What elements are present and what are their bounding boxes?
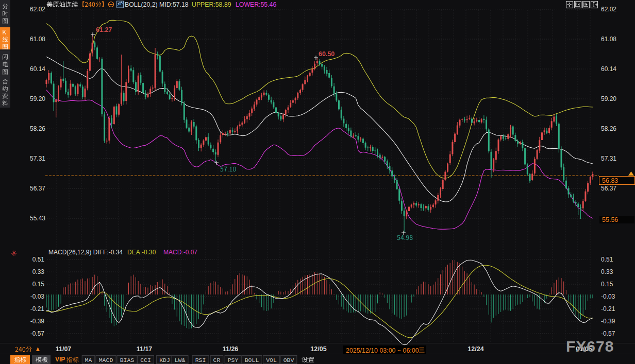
svg-text:0.33: 0.33 <box>601 268 613 275</box>
svg-text:61.08: 61.08 <box>601 36 616 43</box>
svg-text:CCI: CCI <box>140 357 151 363</box>
svg-text:11/26: 11/26 <box>223 345 239 353</box>
svg-text:MACD: MACD <box>99 357 113 363</box>
svg-text:KDJ: KDJ <box>159 357 170 363</box>
svg-text:BOLL(20,2) MID:57.18: BOLL(20,2) MID:57.18 <box>125 1 189 8</box>
svg-text:BOLL: BOLL <box>245 357 259 363</box>
svg-text:60.14: 60.14 <box>30 65 45 73</box>
svg-text:2025/12/10 03:00 ~ 06:00: 2025/12/10 03:00 ~ 06:00 <box>346 347 419 354</box>
svg-text:12/05: 12/05 <box>310 345 326 353</box>
svg-text:62.02: 62.02 <box>601 6 616 13</box>
svg-text:-0.57: -0.57 <box>601 330 615 337</box>
svg-text:FX678: FX678 <box>566 338 614 355</box>
svg-text:56.37: 56.37 <box>601 185 616 192</box>
svg-text:55.43: 55.43 <box>30 215 45 222</box>
svg-text:59.20: 59.20 <box>30 95 45 102</box>
svg-text:58.26: 58.26 <box>30 125 45 132</box>
svg-text:60.14: 60.14 <box>601 65 616 73</box>
svg-text:62.02: 62.02 <box>30 6 45 13</box>
svg-text:56.37: 56.37 <box>30 185 45 192</box>
svg-text:0.33: 0.33 <box>32 268 45 275</box>
svg-text:LW&: LW& <box>175 357 186 363</box>
svg-text:MACD:-0.07: MACD:-0.07 <box>163 249 197 256</box>
svg-text:0.15: 0.15 <box>32 281 45 288</box>
svg-text:VIP: VIP <box>55 356 65 363</box>
svg-text:55.56: 55.56 <box>602 216 618 223</box>
svg-text:60.50: 60.50 <box>319 50 335 58</box>
svg-text:-0.57: -0.57 <box>30 330 45 337</box>
svg-text:11/17: 11/17 <box>137 345 153 353</box>
svg-text:BIAS: BIAS <box>120 357 135 363</box>
svg-text:LOWER:55.46: LOWER:55.46 <box>236 1 276 8</box>
svg-text:0.51: 0.51 <box>601 256 613 263</box>
svg-text:57.31: 57.31 <box>30 155 45 162</box>
svg-text:-0.39: -0.39 <box>30 318 45 325</box>
svg-text:PSY: PSY <box>228 357 239 363</box>
svg-text:11/07: 11/07 <box>56 345 72 353</box>
svg-text:0.51: 0.51 <box>32 256 45 263</box>
svg-text:-0.03: -0.03 <box>30 293 45 300</box>
svg-text:12/24: 12/24 <box>467 345 483 353</box>
svg-text:MA: MA <box>85 357 92 363</box>
svg-text:57.31: 57.31 <box>601 155 616 162</box>
svg-text:0.15: 0.15 <box>601 281 613 288</box>
svg-text:-0.39: -0.39 <box>601 318 615 325</box>
svg-text:56.83: 56.83 <box>602 177 618 184</box>
svg-text:VOL: VOL <box>266 357 277 363</box>
svg-text:UPPER:58.89: UPPER:58.89 <box>192 1 231 8</box>
svg-text:61.08: 61.08 <box>30 36 45 43</box>
svg-text:59.20: 59.20 <box>601 95 616 102</box>
svg-text:-0.21: -0.21 <box>601 305 615 313</box>
svg-text:-0.21: -0.21 <box>30 305 45 313</box>
svg-text:OBV: OBV <box>283 357 294 363</box>
svg-text:61.27: 61.27 <box>96 26 112 33</box>
svg-text:MACD(26,12,9) DIFF:-0.34: MACD(26,12,9) DIFF:-0.34 <box>48 249 123 256</box>
svg-text:-0.03: -0.03 <box>601 293 615 300</box>
svg-text:DEA:-0.30: DEA:-0.30 <box>127 249 156 256</box>
svg-text:RSI: RSI <box>195 357 206 363</box>
svg-text:58.26: 58.26 <box>601 125 616 132</box>
svg-text:CR: CR <box>213 357 221 363</box>
